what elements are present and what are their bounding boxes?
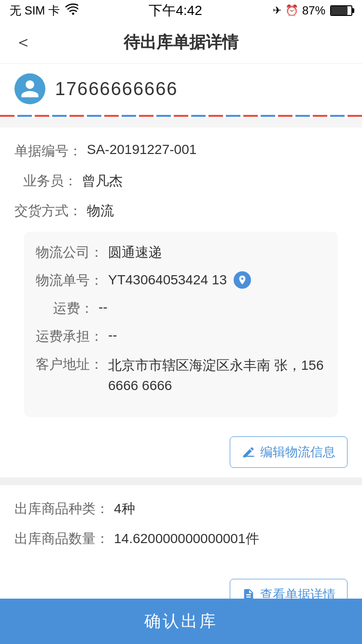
delivery-method-row: 交货方式： 物流 (14, 202, 348, 220)
carrier-text: 无 SIM 卡 (10, 3, 60, 18)
product-section: 出库商品种类： 4种 出库商品数量： 14.620000000000001件 (0, 485, 362, 574)
back-button[interactable]: ＜ (14, 26, 37, 59)
delivery-method-label: 交货方式： (14, 202, 87, 220)
location-status-icon: ✈ (273, 4, 281, 17)
dashed-divider (0, 114, 362, 118)
status-right: ✈ ⏰ 87% (273, 4, 352, 17)
freight-bearer-row: 运费承担： -- (36, 327, 326, 346)
svg-rect-1 (243, 456, 254, 457)
product-quantity-label: 出库商品数量： (14, 530, 114, 548)
address-label: 客户地址： (36, 355, 108, 374)
wifi-icon (65, 2, 78, 19)
address-value: 北京市市辖区海淀区永丰南 张，156 6666 6666 (108, 355, 326, 396)
order-number-row: 单据编号： SA-20191227-001 (14, 142, 348, 160)
tracking-number-value: YT43064053424 13 (108, 271, 326, 289)
section-divider-1 (0, 477, 362, 485)
page-title: 待出库单据详情 (124, 31, 238, 54)
edit-btn-label: 编辑物流信息 (260, 444, 335, 461)
product-quantity-value: 14.620000000000001件 (114, 530, 348, 548)
logistics-card: 物流公司： 圆通速递 物流单号： YT43064053424 13 (24, 232, 338, 417)
user-phone: 17666666666 (55, 79, 178, 99)
avatar (14, 73, 45, 104)
nav-bar: ＜ 待出库单据详情 (0, 21, 362, 64)
sales-person-row: 业务员： 曾凡杰 (14, 172, 348, 190)
sales-person-value: 曾凡杰 (82, 172, 348, 190)
freight-bearer-label: 运费承担： (36, 327, 108, 346)
svg-point-0 (72, 13, 74, 15)
sales-person-label: 业务员： (14, 172, 82, 190)
order-info-section: 单据编号： SA-20191227-001 业务员： 曾凡杰 交货方式： 物流 … (0, 127, 362, 432)
battery-icon (330, 5, 352, 16)
tracking-number-row: 物流单号： YT43064053424 13 (36, 271, 326, 290)
product-type-row: 出库商品种类： 4种 (14, 500, 348, 518)
product-type-label: 出库商品种类： (14, 500, 114, 518)
edit-btn-row: 编辑物流信息 (0, 432, 362, 477)
address-row: 客户地址： 北京市市辖区海淀区永丰南 张，156 6666 6666 (36, 355, 326, 396)
delivery-method-value: 物流 (87, 202, 348, 220)
freight-bearer-value: -- (108, 327, 326, 343)
order-number-label: 单据编号： (14, 142, 87, 160)
product-type-value: 4种 (114, 500, 348, 518)
freight-label: 运费： (36, 299, 98, 318)
order-number-value: SA-20191227-001 (87, 142, 348, 157)
confirm-button[interactable]: 确认出库 (0, 610, 362, 632)
edit-icon (242, 446, 255, 459)
freight-row: 运费： -- (36, 299, 326, 318)
freight-value: -- (98, 299, 326, 315)
status-left: 无 SIM 卡 (10, 2, 78, 19)
status-time: 下午4:42 (149, 1, 202, 20)
logistics-company-row: 物流公司： 圆通速递 (36, 243, 326, 262)
tracking-value-container: YT43064053424 13 (108, 271, 326, 289)
user-header: 17666666666 (0, 64, 362, 114)
location-track-button[interactable] (234, 271, 251, 289)
logistics-company-value: 圆通速递 (108, 243, 326, 262)
battery-text: 87% (302, 4, 325, 17)
logistics-company-label: 物流公司： (36, 243, 108, 262)
alarm-icon: ⏰ (285, 4, 298, 17)
tracking-number-label: 物流单号： (36, 271, 108, 290)
status-bar: 无 SIM 卡 下午4:42 ✈ ⏰ 87% (0, 0, 362, 21)
confirm-btn-container: 确认出库 (0, 599, 362, 644)
tracking-number-text: YT43064053424 13 (108, 272, 227, 288)
edit-logistics-button[interactable]: 编辑物流信息 (230, 436, 348, 468)
product-quantity-row: 出库商品数量： 14.620000000000001件 (14, 530, 348, 548)
